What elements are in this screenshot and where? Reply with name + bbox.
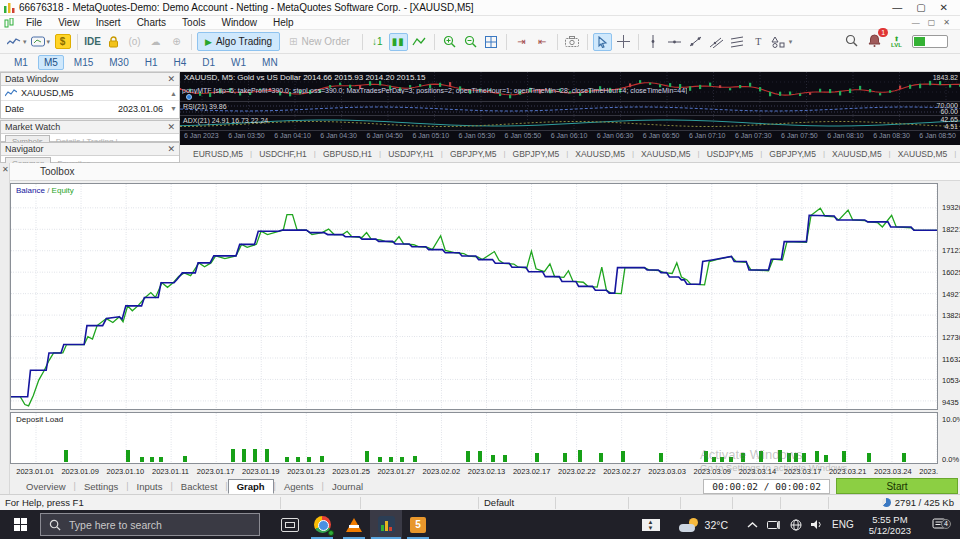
taskbar-office[interactable]: 5 — [402, 510, 434, 539]
weather-widget[interactable]: 32°C — [669, 518, 738, 532]
zoom-out-icon[interactable] — [461, 33, 480, 51]
chart-tab-7[interactable]: XAUUSD,M5 — [634, 149, 698, 159]
scroll-down-icon[interactable]: ▼ — [170, 105, 177, 112]
data-window-symbol-row[interactable]: XAUUSD,M5 ▲ — [1, 86, 179, 101]
start-button[interactable]: Start — [836, 478, 958, 494]
chart-tab-6[interactable]: XAUUSD,M5 — [568, 149, 632, 159]
menu-view[interactable]: View — [50, 17, 88, 28]
menu-help[interactable]: Help — [265, 17, 302, 28]
balance-equity-plot[interactable]: Balance / Equity — [10, 183, 938, 410]
timeframe-h4[interactable]: H4 — [168, 55, 193, 70]
taskbar-chrome[interactable] — [306, 510, 338, 539]
chart-tab-0[interactable]: EURUSD,M5 — [186, 149, 250, 159]
status-profile[interactable]: Default — [484, 497, 514, 508]
text-tool-icon[interactable]: T — [749, 33, 768, 51]
pen-tablet-icon[interactable] — [767, 520, 781, 530]
chart-tab-8[interactable]: USDJPY,M5 — [700, 149, 761, 159]
market-watch-dollar-icon[interactable]: $ — [53, 33, 72, 51]
chart-tab-12[interactable]: XAU — [956, 149, 960, 159]
taskbar-vlc[interactable] — [338, 510, 370, 539]
action-center-button[interactable]: 4 — [926, 518, 952, 531]
tester-tab-graph[interactable]: Graph — [228, 479, 274, 494]
speaker-icon[interactable] — [811, 519, 823, 530]
shift-end-icon[interactable]: ⇥ — [512, 33, 531, 51]
timeframe-m30[interactable]: M30 — [103, 55, 134, 70]
timeframe-w1[interactable]: W1 — [225, 55, 252, 70]
menu-file[interactable]: File — [18, 17, 50, 28]
minimize-icon[interactable]: — — [892, 2, 902, 13]
restore-icon[interactable]: ▢ — [916, 2, 925, 13]
new-order-button[interactable]: ⊞ New Order — [282, 32, 357, 51]
chart-tab-9[interactable]: GBPJPY,M5 — [762, 149, 823, 159]
screenshot-camera-icon[interactable] — [563, 33, 582, 51]
tester-tab-journal[interactable]: Journal — [324, 480, 371, 493]
tray-chevron-up-icon[interactable] — [747, 521, 758, 529]
sort-ticks-icon[interactable]: ↓1 — [368, 33, 387, 51]
child-restore-icon[interactable]: ▢ — [928, 18, 936, 27]
language-indicator[interactable]: ENG — [832, 519, 854, 530]
chart-tab-4[interactable]: GBPJPY,M5 — [443, 149, 504, 159]
close-icon[interactable]: ✕ — [167, 74, 175, 84]
menu-tools[interactable]: Tools — [174, 17, 213, 28]
lock-icon[interactable] — [104, 33, 123, 51]
pause-bars-icon[interactable]: ▮▮ — [389, 33, 408, 51]
cursor-icon[interactable] — [593, 33, 612, 51]
task-view-button[interactable] — [274, 510, 306, 539]
timeframe-d1[interactable]: D1 — [196, 55, 221, 70]
shift-begin-icon[interactable]: ⇤ — [533, 33, 552, 51]
scroll-up-icon[interactable]: ▲ — [170, 90, 177, 97]
ide-button[interactable]: IDE — [83, 33, 102, 51]
menu-window[interactable]: Window — [213, 17, 265, 28]
chart-tab-11[interactable]: XAUUSD,M5 — [891, 149, 955, 159]
close-icon[interactable]: ✕ — [940, 2, 948, 13]
lvl-icon[interactable]: ⬆LVL — [891, 36, 902, 48]
widget-spinner[interactable]: ▲▼ — [642, 519, 660, 531]
signal-icon[interactable]: (ο) — [125, 33, 144, 51]
close-icon[interactable]: ✕ — [2, 165, 9, 174]
child-minimize-icon[interactable]: — — [912, 18, 920, 27]
notifications-bell-icon[interactable]: 1 — [868, 33, 881, 51]
chart-tab-3[interactable]: USDJPY,H1 — [381, 149, 441, 159]
tester-tab-settings[interactable]: Settings — [76, 480, 126, 493]
crosshair-icon[interactable] — [614, 33, 633, 51]
timeframe-h1[interactable]: H1 — [139, 55, 164, 70]
search-icon[interactable] — [845, 33, 858, 51]
taskbar-metatrader[interactable] — [370, 510, 402, 539]
tile-windows-icon[interactable] — [482, 33, 501, 51]
timeframe-m15[interactable]: M15 — [68, 55, 99, 70]
timeframe-m1[interactable]: M1 — [8, 55, 34, 70]
zoom-in-icon[interactable] — [440, 33, 459, 51]
chart-tab-1[interactable]: USDCHF,H1 — [252, 149, 314, 159]
menu-charts[interactable]: Charts — [129, 17, 174, 28]
channel-icon[interactable] — [707, 33, 726, 51]
chart-bars-icon[interactable]: ▾ — [6, 33, 28, 51]
toolbox-header[interactable]: Toolbox — [10, 163, 960, 181]
algo-trading-button[interactable]: ▶ Algo Trading — [197, 32, 280, 51]
horizontal-line-icon[interactable] — [665, 33, 684, 51]
fibonacci-icon[interactable] — [728, 33, 747, 51]
cloud-icon[interactable]: ☁ — [146, 33, 165, 51]
close-icon[interactable]: ✕ — [167, 144, 175, 154]
menu-insert[interactable]: Insert — [88, 17, 129, 28]
tester-tab-backtest[interactable]: Backtest — [173, 480, 225, 493]
shapes-icon[interactable]: ▾ — [770, 33, 794, 51]
network-globe-icon[interactable] — [790, 519, 802, 531]
globe-add-icon[interactable]: ⊕ — [167, 33, 186, 51]
tester-tab-agents[interactable]: Agents — [276, 480, 322, 493]
taskbar-search-input[interactable]: Type here to search — [40, 513, 260, 536]
data-window-date-row[interactable]: Date 2023.01.06 ▼ — [1, 101, 179, 116]
timeframe-m5[interactable]: M5 — [38, 55, 64, 70]
start-menu-button[interactable] — [0, 510, 40, 539]
tester-tab-overview[interactable]: Overview — [18, 480, 74, 493]
vertical-line-icon[interactable] — [644, 33, 663, 51]
chart-tab-10[interactable]: XAUUSD,M5 — [825, 149, 889, 159]
child-close-icon[interactable]: ✕ — [943, 18, 950, 27]
close-icon[interactable]: ✕ — [167, 122, 175, 132]
clock-widget[interactable]: 5:55 PM 5/12/2023 — [863, 514, 917, 536]
timeframe-mn[interactable]: MN — [256, 55, 284, 70]
chart-profile-icon[interactable]: ▾ — [30, 33, 52, 51]
price-chart[interactable]: XAUUSD, M5: Gold vs US Dollar 2014.66 20… — [180, 72, 960, 145]
zigzag-icon[interactable] — [410, 33, 429, 51]
chart-tab-5[interactable]: GBPJPY,M5 — [506, 149, 567, 159]
chart-tab-2[interactable]: GBPUSD,H1 — [316, 149, 379, 159]
